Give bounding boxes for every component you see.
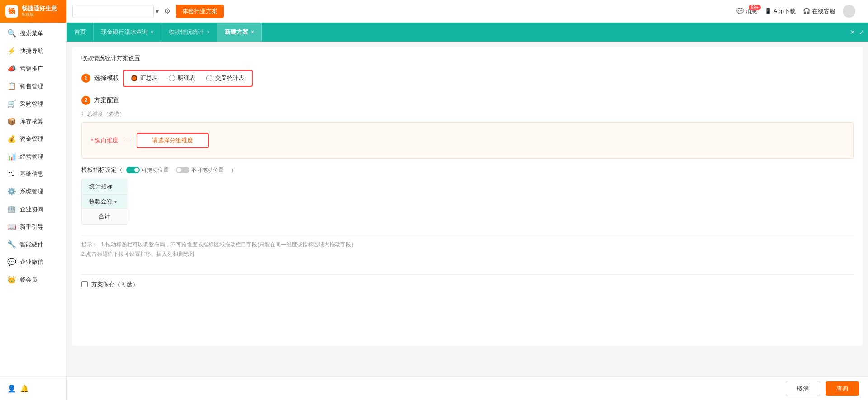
- save-section: 方案保存（可选）: [81, 274, 854, 288]
- tab-home[interactable]: 首页: [67, 23, 94, 42]
- toggle-nondraggable: 不可拖动位置: [176, 166, 224, 174]
- dimension-row: * 纵向维度 — 请选择分组维度: [91, 133, 209, 148]
- toggle-draggable-indicator: [126, 167, 140, 173]
- dimension-section: 汇总维度（必选） * 纵向维度 — 请选择分组维度: [81, 110, 854, 159]
- headset-icon: 🎧: [803, 8, 810, 14]
- sidebar-item-member[interactable]: 👑 畅会员: [0, 271, 66, 288]
- toggle-group: 可拖动位置 不可拖动位置 ）: [126, 166, 236, 174]
- topbar-search-area: ▾: [72, 5, 159, 18]
- sidebar-item-hardware[interactable]: 🔧 智能硬件: [0, 235, 66, 253]
- metrics-table: 统计指标 收款金额 ▾ 合计: [81, 179, 127, 225]
- radio-summary[interactable]: 汇总表: [131, 74, 158, 82]
- step1-badge: 1: [81, 74, 90, 83]
- enterprise-icon: 🏢: [7, 205, 16, 213]
- dimension-drop-area: * 纵向维度 — 请选择分组维度: [81, 122, 854, 159]
- metrics-chevron-icon: ▾: [114, 199, 117, 204]
- tab-collection-stats[interactable]: 收款情况统计 ×: [161, 23, 217, 42]
- radio-detail-input[interactable]: [169, 75, 175, 81]
- gear-icon[interactable]: ⚙: [164, 7, 170, 15]
- tabbar-spacer: [262, 23, 846, 42]
- metrics-col-header: 收款金额 ▾: [82, 195, 127, 209]
- step1-section: 1 选择模板 汇总表 明细表 交叉统计表: [81, 70, 854, 87]
- sidebar-item-enterprise[interactable]: 🏢 企业协同: [0, 200, 66, 218]
- close-all-icon[interactable]: ✕: [850, 28, 855, 36]
- metrics-hint: 模板指标设定（ 可拖动位置 不可拖动位置 ）: [81, 166, 854, 174]
- sidebar-item-weixin[interactable]: 💬 企业微信: [0, 253, 66, 271]
- metrics-section: 模板指标设定（ 可拖动位置 不可拖动位置 ）: [81, 166, 854, 226]
- sidebar-item-basic-info[interactable]: 🗂 基础信息: [0, 165, 66, 183]
- app-icon: 📱: [764, 8, 772, 14]
- close-bank-flow-tab[interactable]: ×: [151, 29, 154, 35]
- sidebar-item-quicknav[interactable]: ⚡ 快捷导航: [0, 42, 66, 60]
- member-icon: 👑: [7, 275, 16, 284]
- page-content: 收款情况统计方案设置 1 选择模板 汇总表 明细表: [72, 47, 863, 346]
- sidebar-footer: 👤 🔔: [0, 376, 66, 400]
- finance-icon: 💰: [7, 135, 16, 143]
- radio-cross[interactable]: 交叉统计表: [206, 74, 245, 82]
- dropdown-icon[interactable]: ▾: [156, 8, 159, 15]
- app-download-button[interactable]: 📱 App下载: [764, 7, 796, 15]
- sidebar-item-operations[interactable]: 📊 经营管理: [0, 148, 66, 165]
- search-input[interactable]: [72, 5, 154, 18]
- tips-section: 提示： 1.拖动标题栏可以调整布局，不可跨维度或指标区域拖动栏目字段(只能在同一…: [81, 235, 854, 265]
- tab-new-plan[interactable]: 新建方案 ×: [217, 23, 262, 42]
- tab-bank-flow[interactable]: 现金银行流水查询 ×: [94, 23, 161, 42]
- service-button[interactable]: 🎧 在线客服: [803, 7, 835, 15]
- template-radio-group: 汇总表 明细表 交叉统计表: [123, 70, 253, 87]
- close-collection-tab[interactable]: ×: [207, 29, 210, 35]
- step2-header: 2 方案配置: [81, 96, 854, 105]
- dimension-label: 汇总维度（必选）: [81, 110, 854, 118]
- tabbar: 首页 现金银行流水查询 × 收款情况统计 × 新建方案 × ✕ ⤢: [67, 23, 868, 42]
- save-checkbox[interactable]: [81, 281, 88, 287]
- basic-info-icon: 🗂: [7, 170, 16, 178]
- trial-button[interactable]: 体验行业方案: [176, 5, 224, 18]
- tip2: 2.点击标题栏下拉可设置排序、插入列和删除列: [81, 250, 854, 258]
- sidebar-item-purchase[interactable]: 🛒 采购管理: [0, 95, 66, 113]
- metrics-dropdown-btn[interactable]: 收款金额 ▾: [89, 198, 120, 206]
- footer-icon2: 🔔: [20, 384, 29, 393]
- radio-cross-input[interactable]: [206, 75, 212, 81]
- bottom-bar: 取消 查询: [67, 376, 868, 400]
- close-new-plan-tab[interactable]: ×: [251, 29, 254, 35]
- radio-summary-label: 汇总表: [140, 74, 158, 82]
- sidebar-header: 畅 畅捷通好生意 标准版: [0, 0, 66, 23]
- dimension-row-label: * 纵向维度: [91, 136, 118, 145]
- dimension-placeholder[interactable]: 请选择分组维度: [137, 133, 209, 148]
- inventory-icon: 📦: [7, 117, 16, 126]
- maximize-icon[interactable]: ⤢: [859, 28, 864, 36]
- sidebar-item-sales[interactable]: 📋 销售管理: [0, 77, 66, 95]
- sidebar-item-search[interactable]: 🔍 搜索菜单: [0, 24, 66, 42]
- cancel-button[interactable]: 取消: [786, 381, 820, 396]
- sidebar-footer-item[interactable]: 👤 🔔: [0, 381, 66, 396]
- sidebar-nav: 🔍 搜索菜单 ⚡ 快捷导航 📣 营销推广 📋 销售管理 🛒 采购管理 📦 库存核…: [0, 23, 66, 376]
- page-title: 收款情况统计方案设置: [81, 54, 854, 62]
- query-button[interactable]: 查询: [826, 381, 859, 396]
- save-label: 方案保存（可选）: [91, 280, 138, 288]
- metrics-total-cell: 合计: [82, 209, 127, 224]
- sidebar: 畅 畅捷通好生意 标准版 🔍 搜索菜单 ⚡ 快捷导航 📣 营销推广 📋 销售管理…: [0, 0, 67, 400]
- content-area: 收款情况统计方案设置 1 选择模板 汇总表 明细表: [67, 42, 868, 376]
- radio-summary-input[interactable]: [131, 75, 137, 81]
- topbar-right: 💬 消息 99+ 📱 App下载 🎧 在线客服: [736, 5, 863, 18]
- toggle-draggable-label: 可拖动位置: [142, 166, 169, 174]
- sidebar-item-finance[interactable]: 💰 资金管理: [0, 130, 66, 148]
- toggle-nondraggable-indicator: [176, 167, 189, 173]
- logo-text: 畅捷通好生意 标准版: [22, 5, 57, 18]
- search-icon: 🔍: [7, 29, 16, 38]
- footer-icon1: 👤: [7, 384, 16, 393]
- radio-cross-label: 交叉统计表: [215, 74, 245, 82]
- sidebar-item-marketing[interactable]: 📣 营销推广: [0, 60, 66, 77]
- sidebar-item-system[interactable]: ⚙️ 系统管理: [0, 183, 66, 200]
- sidebar-item-inventory[interactable]: 📦 库存核算: [0, 113, 66, 130]
- hardware-icon: 🔧: [7, 240, 16, 249]
- toggle-suffix: ）: [231, 166, 236, 174]
- radio-detail[interactable]: 明细表: [169, 74, 195, 82]
- system-icon: ⚙️: [7, 187, 16, 196]
- marketing-icon: 📣: [7, 64, 16, 73]
- message-button[interactable]: 💬 消息 99+: [736, 7, 757, 15]
- tip1: 提示： 1.拖动标题栏可以调整布局，不可跨维度或指标区域拖动栏目字段(只能在同一…: [81, 241, 854, 249]
- toggle-draggable[interactable]: 可拖动位置: [126, 166, 169, 174]
- logo-icon: 畅: [5, 5, 18, 18]
- sales-icon: 📋: [7, 82, 16, 90]
- sidebar-item-guide[interactable]: 📖 新手引导: [0, 218, 66, 235]
